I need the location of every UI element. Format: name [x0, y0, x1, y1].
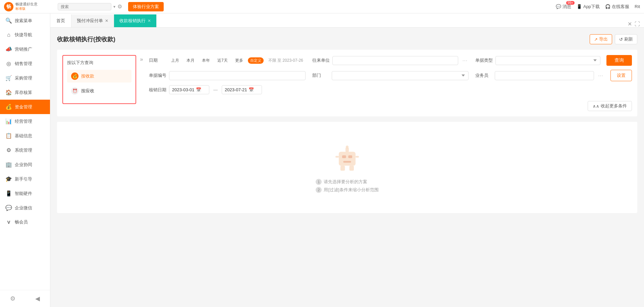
query-btn[interactable]: 查询 [606, 55, 632, 66]
salesperson-dots-btn[interactable]: ··· [597, 72, 604, 79]
dropdown-arrow-icon[interactable]: ▾ [113, 4, 115, 9]
sidebar-bottom: ⚙ ◀ [0, 290, 50, 307]
writeoff-date-start-input[interactable]: 2023-03-01 📅 [169, 85, 209, 94]
operation-icon: 📊 [5, 118, 12, 124]
refresh-btn[interactable]: ↺ 刷新 [615, 34, 637, 44]
purchase-icon: 🛒 [5, 75, 12, 81]
sidebar-item-wechat[interactable]: 💬 企业微信 [0, 201, 50, 215]
date-7days-btn[interactable]: 近7天 [215, 57, 230, 64]
search-input[interactable] [58, 3, 111, 10]
salesperson-input[interactable] [495, 71, 594, 80]
page-actions: ↗ 导出 ↺ 刷新 [590, 34, 637, 44]
setting-btn[interactable]: 设置 [610, 70, 632, 81]
sidebar-item-basic-info[interactable]: 📋 基础信息 [0, 129, 50, 143]
date-more-btn[interactable]: 更多 [232, 57, 246, 64]
filter-writeoff-date-field: 核销日期 2023-03-01 📅 — 2023-07-21 📅 [149, 85, 632, 94]
message-btn[interactable]: 💬 消息 99+ [556, 4, 571, 10]
date-last-month-btn[interactable]: 上月 [168, 57, 182, 64]
filter-partner-field: 往来单位 ··· [312, 56, 469, 65]
dept-label: 部门 [312, 72, 329, 79]
beginner-icon: 🎓 [5, 176, 12, 182]
date-separator: — [213, 87, 218, 92]
collapse-more-btn[interactable]: ∧∧ 收起更多条件 [588, 101, 632, 111]
tab-collection-writeoff[interactable]: 收款核销执行 ✕ [114, 14, 157, 27]
filter-by-receivable[interactable]: ⏰ 按应收 [67, 85, 131, 97]
filter-salesperson-field: 业务员 ··· 设置 [475, 70, 632, 81]
user-menu[interactable]: Rit [635, 4, 640, 9]
filter-by-collection[interactable]: 💰 按收款 [67, 70, 131, 83]
filter-voucher-no-field: 单据编号 [149, 71, 306, 80]
message-icon: 💬 [556, 4, 561, 9]
tabs-bar: 首页 预付冲应付单 ✕ 收款核销执行 ✕ ✕ ⛶ [50, 13, 644, 28]
app-download-btn[interactable]: 📱 App下载 [577, 4, 600, 10]
tab-home[interactable]: 首页 [50, 14, 71, 27]
tab-expand-btn[interactable]: ⛶ [635, 21, 640, 27]
filter-row-2: 单据编号 部门 业务员 [149, 70, 632, 81]
sidebar-item-finance[interactable]: 💰 资金管理 [0, 100, 50, 114]
page-title: 收款核销执行(按收款) [57, 35, 115, 43]
voucher-type-select[interactable] [495, 56, 600, 65]
empty-hint-2: 2 用[过滤]条件来缩小分析范围 [316, 187, 378, 193]
sidebar-item-purchase[interactable]: 🛒 采购管理 [0, 71, 50, 85]
filter-voucher-type-field: 单据类型 查询 [475, 55, 632, 66]
dept-select[interactable] [332, 71, 469, 80]
filter-date-field: 日期 上月 本月 本年 近7天 更多 自定义 不限 至 2023-07-26 [149, 57, 306, 64]
svg-rect-3 [343, 161, 351, 163]
tab-close-btn[interactable]: ✕ [628, 21, 632, 27]
page-content: 收款核销执行(按收款) ↗ 导出 ↺ 刷新 按以下方 [50, 28, 644, 307]
service-icon: 🎧 [605, 4, 610, 9]
content-area: 首页 预付冲应付单 ✕ 收款核销执行 ✕ ✕ ⛶ 收款核销执行(按收款) ↗ [50, 13, 644, 307]
online-service-btn[interactable]: 🎧 在线客服 [605, 4, 629, 10]
sidebar-item-member[interactable]: V 畅会员 [0, 215, 50, 229]
voucher-type-label: 单据类型 [475, 57, 493, 63]
sidebar-item-inventory[interactable]: 🏠 库存核算 [0, 85, 50, 100]
date-custom-btn[interactable]: 自定义 [248, 57, 264, 64]
topbar-settings-icon[interactable]: ⚙ [117, 3, 122, 10]
page-header: 收款核销执行(按收款) ↗ 导出 ↺ 刷新 [57, 34, 637, 44]
svg-rect-9 [350, 166, 354, 171]
sidebar-settings-btn[interactable]: ⚙ [8, 293, 17, 304]
empty-hints: 1 请先选择要分析的方案 2 用[过滤]条件来缩小分析范围 [316, 179, 378, 193]
date-this-month-btn[interactable]: 本月 [184, 57, 197, 64]
topbar-search: ▾ ⚙ [58, 3, 125, 10]
sidebar-item-marketing[interactable]: 📣 营销推广 [0, 42, 50, 56]
wechat-icon: 💬 [5, 205, 12, 211]
filter-row-1: 日期 上月 本月 本年 近7天 更多 自定义 不限 至 2023-07-26 [149, 55, 632, 66]
member-icon: V [5, 220, 12, 225]
quick-nav-icon: ⌂ [5, 32, 12, 38]
main-layout: 🔍 搜索菜单 ⌂ 快捷导航 📣 营销推广 ◎ 销售管理 🛒 采购管理 🏠 库存核… [0, 13, 644, 307]
export-btn[interactable]: ↗ 导出 [590, 34, 612, 44]
writeoff-date-label: 核销日期 [149, 87, 166, 93]
collapse-up-icon: ∧∧ [593, 104, 599, 109]
sidebar-item-operation[interactable]: 📊 经营管理 [0, 114, 50, 129]
filter-right: 日期 上月 本月 本年 近7天 更多 自定义 不限 至 2023-07-26 [149, 55, 632, 111]
partner-input[interactable] [332, 56, 459, 65]
filter-collapse-btn[interactable]: » [138, 55, 145, 62]
sidebar-item-system[interactable]: ⚙ 系统管理 [0, 143, 50, 157]
industry-btn[interactable]: 体验行业方案 [128, 2, 164, 11]
tab-prepay-close-btn[interactable]: ✕ [105, 18, 108, 23]
tab-prepay-conflict[interactable]: 预付冲应付单 ✕ [71, 14, 114, 27]
sidebar-collapse-btn[interactable]: ◀ [33, 293, 42, 304]
empty-state: 1 请先选择要分析的方案 2 用[过滤]条件来缩小分析范围 [57, 122, 637, 213]
sidebar-item-sales[interactable]: ◎ 销售管理 [0, 56, 50, 71]
sidebar-item-enterprise[interactable]: 🏢 企业协同 [0, 157, 50, 172]
sidebar-item-beginner[interactable]: 🎓 新手引导 [0, 172, 50, 186]
tab-writeoff-close-btn[interactable]: ✕ [148, 18, 151, 23]
partner-dots-btn[interactable]: ··· [461, 57, 469, 64]
sidebar-item-hardware[interactable]: 📱 智能硬件 [0, 186, 50, 201]
filter-rows: 日期 上月 本月 本年 近7天 更多 自定义 不限 至 2023-07-26 [149, 55, 632, 111]
writeoff-date-end-input[interactable]: 2023-07-21 📅 [222, 85, 262, 94]
svg-rect-0 [339, 152, 356, 166]
refresh-icon: ↺ [619, 37, 623, 42]
date-this-year-btn[interactable]: 本年 [199, 57, 213, 64]
basic-info-icon: 📋 [5, 133, 12, 139]
filter-row-3: 核销日期 2023-03-01 📅 — 2023-07-21 📅 [149, 85, 632, 94]
sidebar-item-quick-nav[interactable]: ⌂ 快捷导航 [0, 28, 50, 42]
date-quick-btns: 上月 本月 本年 近7天 更多 自定义 [168, 57, 264, 64]
receivable-icon: ⏰ [71, 87, 78, 95]
calendar-end-icon: 📅 [249, 87, 254, 92]
logo-subtext: 标准版 [15, 6, 38, 11]
voucher-no-input[interactable] [169, 71, 306, 80]
sidebar-item-search-menu[interactable]: 🔍 搜索菜单 [0, 13, 50, 28]
